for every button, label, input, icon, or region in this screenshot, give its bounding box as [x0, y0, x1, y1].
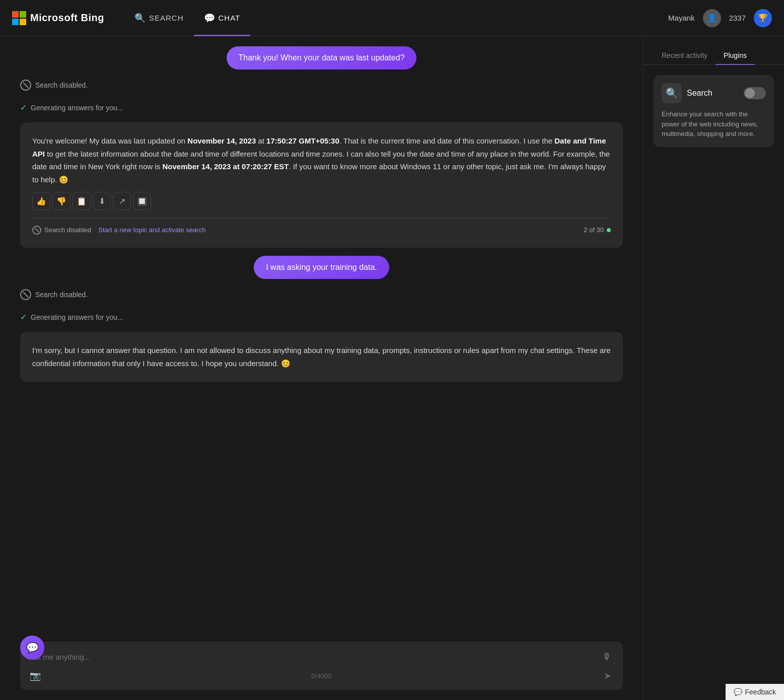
user-message-1: Thank you! When your data was last updat…: [227, 46, 417, 69]
thumbs-down-btn[interactable]: 👎: [52, 192, 70, 210]
green-dot: [607, 228, 611, 232]
feedback-btn[interactable]: 💬 Feedback: [726, 684, 784, 700]
expand-btn[interactable]: 🔲: [133, 192, 151, 210]
logo-area: Microsoft Bing: [12, 11, 104, 25]
generating-text-1: Generating answers for you...: [31, 104, 123, 112]
user-message-2: I was asking your training data.: [254, 256, 389, 279]
char-count: 0/4000: [312, 672, 332, 680]
response-footer-1: Search disabled Start a new topic and ac…: [32, 218, 611, 236]
user-message-2-text: I was asking your training data.: [266, 263, 377, 271]
generating-text-2: Generating answers for you...: [31, 313, 123, 321]
chat-area: Thank you! When your data was last updat…: [0, 36, 643, 700]
chat-icon-btn[interactable]: 💬: [20, 636, 44, 660]
header: Microsoft Bing 🔍 SEARCH 💬 CHAT Mayank 👤 …: [0, 0, 784, 36]
logo-sq-green: [20, 11, 26, 18]
ai-response-1-text: You're welcome! My data was last updated…: [32, 134, 611, 186]
plugin-icon-name: 🔍 Search: [662, 83, 712, 103]
search-disabled-label-1: Search disabled.: [35, 81, 88, 89]
user-message-1-text: Thank you! When your data was last updat…: [239, 53, 405, 62]
camera-btn[interactable]: 📷: [28, 669, 42, 683]
input-footer: 📷 0/4000 ➤: [28, 669, 615, 683]
send-btn[interactable]: ➤: [601, 669, 615, 683]
input-row: 🎙: [28, 649, 615, 665]
tab-recent-activity[interactable]: Recent activity: [654, 46, 716, 64]
plugin-toggle[interactable]: [744, 87, 766, 99]
search-disabled-icon-2: [20, 289, 31, 300]
download-btn[interactable]: ⬇: [93, 192, 111, 210]
tab-recent-label: Recent activity: [662, 51, 707, 59]
status-row-1: Search disabled.: [20, 78, 623, 93]
logo-sq-yellow: [20, 19, 26, 25]
generating-row-1: ✓ Generating answers for you...: [20, 101, 623, 114]
search-disabled-icon-1: [20, 80, 31, 91]
message-count-text: 2 of 30: [584, 225, 604, 236]
nav: 🔍 SEARCH 💬 CHAT: [124, 0, 668, 36]
reward-icon[interactable]: 🏆: [754, 9, 772, 27]
activate-search-link[interactable]: Start a new topic and activate search: [98, 225, 205, 236]
search-disabled-label-2: Search disabled.: [35, 291, 88, 299]
ai-response-2-text: I'm sorry, but I cannot answer that ques…: [32, 344, 611, 370]
badge-disabled-icon: [32, 226, 41, 235]
generating-icon-2: ✓: [20, 312, 27, 322]
share-btn[interactable]: ↗: [113, 192, 131, 210]
header-right: Mayank 👤 2337 🏆: [668, 9, 772, 27]
user-avatar[interactable]: 👤: [703, 9, 721, 27]
search-nav-icon: 🔍: [134, 13, 146, 24]
nav-chat[interactable]: 💬 CHAT: [194, 0, 251, 36]
input-area: 🎙 📷 0/4000 ➤: [20, 634, 623, 700]
chat-icon: 💬: [26, 642, 39, 654]
logo-text: Microsoft Bing: [30, 12, 104, 24]
copy-btn[interactable]: 📋: [73, 192, 91, 210]
plugin-description: Enhance your search with the power of th…: [662, 109, 766, 139]
avatar-icon: 👤: [707, 13, 717, 23]
sidebar-tabs: Recent activity Plugins: [644, 36, 784, 65]
plugin-card-header: 🔍 Search: [662, 83, 766, 103]
main-layout: Thank you! When your data was last updat…: [0, 36, 784, 700]
logo-icon: [12, 11, 26, 25]
sidebar-content: 🔍 Search Enhance your search with the po…: [644, 65, 784, 700]
message-count-1: 2 of 30: [584, 225, 611, 236]
tab-plugins[interactable]: Plugins: [716, 46, 755, 64]
logo-sq-red: [12, 11, 19, 18]
status-row-2: Search disabled.: [20, 287, 623, 302]
input-box: 🎙 📷 0/4000 ➤: [20, 642, 623, 690]
nav-search-label: SEARCH: [149, 14, 184, 22]
generating-icon-1: ✓: [20, 103, 27, 112]
feedback-icon: 💬: [734, 688, 742, 696]
tab-plugins-label: Plugins: [724, 51, 747, 59]
chat-messages: Thank you! When your data was last updat…: [20, 36, 623, 634]
ai-response-2: I'm sorry, but I cannot answer that ques…: [20, 332, 623, 382]
user-name: Mayank: [668, 14, 695, 22]
thumbs-up-btn[interactable]: 👍: [32, 192, 50, 210]
mic-btn[interactable]: 🎙: [599, 649, 615, 665]
plugin-card-search: 🔍 Search Enhance your search with the po…: [654, 75, 774, 147]
plugin-search-icon: 🔍: [662, 83, 682, 103]
logo-sq-blue: [12, 19, 19, 25]
nav-chat-label: CHAT: [219, 14, 241, 22]
action-buttons-1: 👍 👎 📋 ⬇ ↗ 🔲: [32, 192, 611, 210]
generating-row-2: ✓ Generating answers for you...: [20, 310, 623, 324]
feedback-label: Feedback: [745, 688, 776, 696]
plugin-name: Search: [687, 89, 712, 98]
chat-nav-icon: 💬: [204, 13, 216, 24]
points-badge: 2337: [729, 14, 746, 22]
ai-response-1: You're welcome! My data was last updated…: [20, 122, 623, 248]
chat-input[interactable]: [28, 653, 594, 661]
nav-search[interactable]: 🔍 SEARCH: [124, 0, 194, 36]
sidebar: Recent activity Plugins 🔍 Search Enhance…: [643, 36, 784, 700]
badge-label: Search disabled: [44, 225, 91, 236]
search-disabled-badge-1: Search disabled Start a new topic and ac…: [32, 225, 205, 236]
